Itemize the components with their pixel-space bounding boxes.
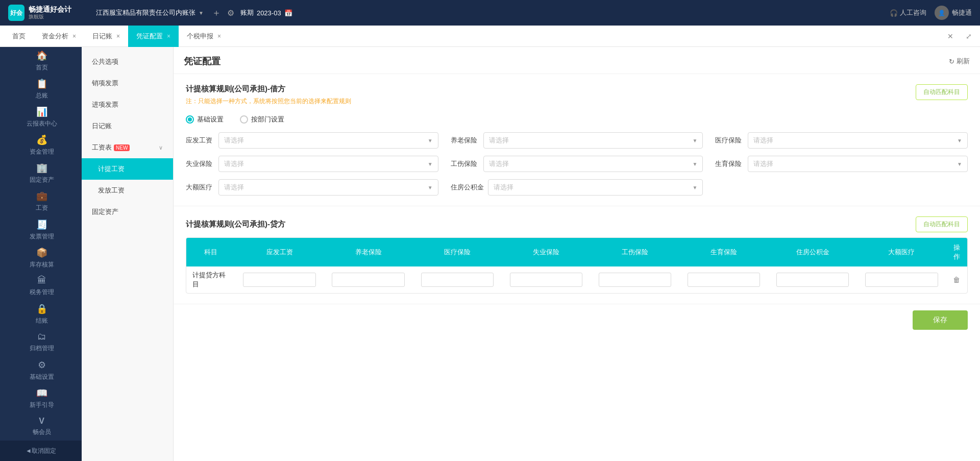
cancel-fixed-button[interactable]: ◄取消固定: [0, 441, 82, 461]
debit-auto-match-button[interactable]: 自动匹配科目: [916, 84, 968, 100]
sub-item-accrual[interactable]: 计提工资: [82, 158, 173, 180]
sidebar-label-ledger: 总账: [36, 91, 48, 100]
save-bar: 保存: [174, 304, 980, 336]
credit-section: 计提核算规则(公司承担)-贷方 自动匹配科目 科目 应发工资 养老保险 医疗保险…: [174, 216, 980, 304]
calendar-icon[interactable]: 📅: [284, 9, 292, 17]
salary-icon: 💼: [36, 190, 47, 202]
home-icon: 🏠: [36, 50, 47, 61]
tab-home-label: 首页: [12, 32, 26, 41]
select-birth[interactable]: 请选择 ▼: [748, 156, 968, 172]
vip-icon: V: [39, 417, 44, 426]
field-unemployment: 失业保险 请选择 ▼: [186, 156, 438, 172]
select-salary[interactable]: 请选择 ▼: [218, 132, 438, 149]
th-housing: 住房公积金: [768, 238, 857, 266]
cell-injury: [591, 266, 679, 293]
refresh-button[interactable]: ↻ 刷新: [949, 57, 970, 66]
delete-row-button[interactable]: 🗑: [953, 276, 960, 284]
tab-fund[interactable]: 资金分析 ×: [34, 26, 84, 47]
table-header-row: 科目 应发工资 养老保险 医疗保险 失业保险 工伤保险 生育保险 住房公积金 大…: [186, 238, 967, 266]
expand-arrow-salary: ∨: [159, 144, 163, 151]
select-housing[interactable]: 请选择 ▼: [488, 179, 703, 196]
sidebar-item-vip[interactable]: V 畅会员: [0, 413, 82, 441]
input-credit-housing[interactable]: [776, 273, 849, 287]
select-unemployment-placeholder: 请选择: [224, 159, 244, 168]
input-credit-medical[interactable]: [421, 273, 494, 287]
input-credit-injury[interactable]: [599, 273, 671, 287]
sidebar-item-guide[interactable]: 📖 新手引导: [0, 384, 82, 413]
close-all-button[interactable]: ✕: [943, 29, 958, 43]
sidebar-item-invoice[interactable]: 🧾 发票管理: [0, 215, 82, 244]
sidebar-item-inventory[interactable]: 📦 库存核算: [0, 244, 82, 272]
sub-item-public[interactable]: 公共选项: [82, 51, 173, 72]
tab-tax[interactable]: 个税申报 ×: [179, 26, 229, 47]
sidebar-item-ledger[interactable]: 📋 总账: [0, 75, 82, 103]
input-credit-big-medical[interactable]: [865, 273, 938, 287]
field-pension: 养老保险 请选择 ▼: [451, 132, 703, 149]
sub-item-salary-table[interactable]: 工资表 NEW ∨: [82, 137, 173, 158]
input-credit-pension[interactable]: [332, 273, 404, 287]
sidebar-item-report[interactable]: 📊 云报表中心: [0, 103, 82, 131]
label-injury: 工伤保险: [451, 159, 479, 168]
sidebar-item-archive[interactable]: 🗂 归档管理: [0, 328, 82, 356]
tab-fund-close[interactable]: ×: [72, 33, 76, 40]
select-big-medical[interactable]: 请选择 ▼: [218, 179, 438, 196]
main-layout: 🏠 首页 📋 总账 📊 云报表中心 💰 资金管理 🏢 固定资产 💼 工资 🧾 发…: [0, 47, 980, 461]
select-birth-arrow: ▼: [957, 161, 962, 167]
sidebar-label-inventory: 库存核算: [30, 260, 54, 269]
sidebar-item-asset[interactable]: 🏢 固定资产: [0, 159, 82, 187]
cell-birth: [679, 266, 768, 293]
select-medical-placeholder: 请选择: [753, 136, 773, 145]
select-unemployment-arrow: ▼: [428, 161, 433, 167]
credit-table-wrapper: 科目 应发工资 养老保险 医疗保险 失业保险 工伤保险 生育保险 住房公积金 大…: [186, 237, 968, 294]
tab-voucher-close[interactable]: ×: [167, 33, 170, 40]
fullscreen-button[interactable]: ⤢: [962, 29, 976, 43]
sidebar-item-tax[interactable]: 🏛 税务管理: [0, 272, 82, 300]
settings-icon[interactable]: ⚙: [227, 8, 234, 18]
sub-item-sales[interactable]: 销项发票: [82, 72, 173, 94]
select-injury[interactable]: 请选择 ▼: [483, 156, 703, 172]
company-selector[interactable]: 江西服宝精品有限责任公司内账张 ▼: [96, 8, 204, 17]
tab-tax-close[interactable]: ×: [217, 33, 221, 40]
sidebar-item-home[interactable]: 🏠 首页: [0, 47, 82, 75]
sub-label-sales: 销项发票: [92, 79, 118, 88]
sidebar-item-salary[interactable]: 💼 工资: [0, 187, 82, 215]
report-icon: 📊: [36, 106, 47, 117]
sidebar-item-settings[interactable]: ⚙ 基础设置: [0, 356, 82, 384]
tab-diary[interactable]: 日记账 ×: [84, 26, 128, 47]
radio-basic[interactable]: 基础设置: [186, 115, 224, 124]
save-button[interactable]: 保存: [913, 310, 968, 330]
field-medical: 医疗保险 请选择 ▼: [715, 132, 968, 149]
service-button[interactable]: 🎧 人工咨询: [890, 8, 926, 17]
th-injury: 工伤保险: [591, 238, 679, 266]
select-pension[interactable]: 请选择 ▼: [483, 132, 703, 149]
radio-dept[interactable]: 按部门设置: [240, 115, 284, 124]
page-content: 凭证配置 ↻ 刷新 计提核算规则(公司承担)-借方 注：只能选择一种方式，系统将…: [174, 47, 980, 461]
sub-item-fixed-asset[interactable]: 固定资产: [82, 201, 173, 223]
select-medical-arrow: ▼: [957, 138, 962, 143]
input-credit-birth[interactable]: [688, 273, 760, 287]
user-area[interactable]: 👤 畅捷通: [935, 6, 972, 20]
sidebar-label-archive: 归档管理: [30, 344, 54, 353]
tab-diary-close[interactable]: ×: [116, 33, 120, 40]
input-credit-unemployment[interactable]: [510, 273, 582, 287]
sub-item-diary[interactable]: 日记账: [82, 115, 173, 137]
cell-operation: 🗑: [946, 266, 967, 293]
select-medical[interactable]: 请选择 ▼: [748, 132, 968, 149]
select-housing-arrow: ▼: [692, 185, 697, 190]
sidebar-label-closing: 结账: [36, 317, 48, 325]
add-account-button[interactable]: ＋: [212, 7, 221, 19]
period-area: 账期 2023-03 📅: [240, 8, 292, 17]
credit-section-header: 计提核算规则(公司承担)-贷方 自动匹配科目: [186, 216, 968, 232]
tab-home[interactable]: 首页: [4, 26, 34, 47]
sub-item-pay[interactable]: 发放工资: [82, 180, 173, 201]
sidebar-label-home: 首页: [36, 63, 48, 72]
tab-bar: 首页 资金分析 × 日记账 × 凭证配置 × 个税申报 × ✕ ⤢: [0, 26, 980, 47]
select-big-medical-arrow: ▼: [428, 185, 433, 190]
tab-voucher[interactable]: 凭证配置 ×: [128, 26, 179, 47]
select-unemployment[interactable]: 请选择 ▼: [218, 156, 438, 172]
sidebar-item-closing[interactable]: 🔒 结账: [0, 300, 82, 328]
input-credit-salary[interactable]: [243, 273, 315, 287]
sidebar-item-fund[interactable]: 💰 资金管理: [0, 131, 82, 159]
credit-auto-match-button[interactable]: 自动匹配科目: [916, 216, 968, 232]
sub-item-purchase[interactable]: 进项发票: [82, 94, 173, 115]
